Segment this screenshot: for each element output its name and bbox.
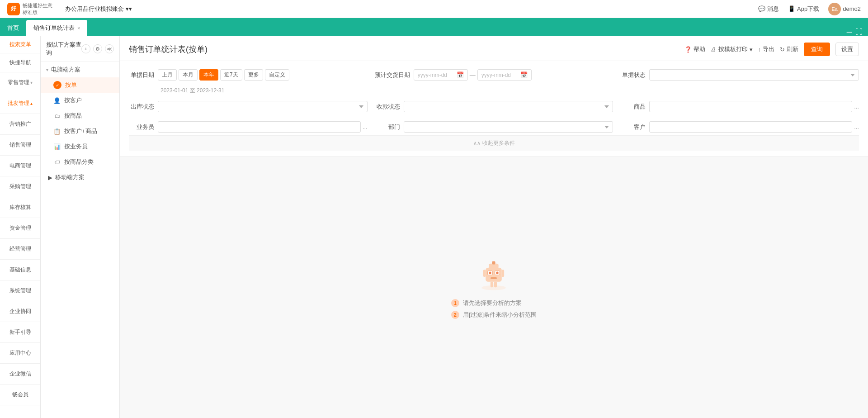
svg-rect-8 <box>502 270 504 277</box>
settings-scheme-button[interactable]: ⚙ <box>93 44 102 53</box>
collapse-scheme-button[interactable]: ≪ <box>105 44 114 53</box>
sidebar-item-app-center[interactable]: 应用中心 <box>0 343 40 364</box>
sidebar-item-operations[interactable]: 经营管理 <box>0 239 40 260</box>
goods-icon: 🗂 <box>53 112 61 119</box>
collapse-up-icon: ∧∧ <box>473 140 481 146</box>
expected-date-end[interactable]: yyyy-mm-dd 📅 <box>477 69 532 81</box>
date-btn-7days[interactable]: 近7天 <box>220 69 242 81</box>
minimize-icon[interactable]: ─ <box>847 28 852 36</box>
maximize-icon[interactable]: ⛶ <box>855 28 863 36</box>
print-button[interactable]: 🖨 按模板打印 ▾ <box>711 45 753 53</box>
user-menu[interactable]: Ea demo2 <box>828 3 861 15</box>
app-download-button[interactable]: 📱 App下载 <box>788 5 819 13</box>
sidebar-item-basic[interactable]: 基础信息 <box>0 260 40 280</box>
date-btn-more[interactable]: 更多 <box>244 69 263 81</box>
arrow-icon: ▴ <box>30 101 33 106</box>
sidebar-item-corp[interactable]: 企业协同 <box>0 301 40 322</box>
sidebar-item-finance[interactable]: 资金管理 <box>0 218 40 239</box>
status-select[interactable] <box>649 69 859 81</box>
sidebar-item-purchase[interactable]: 采购管理 <box>0 176 40 197</box>
mobile-scheme-group-header[interactable]: ▶ 移动端方案 <box>41 170 119 185</box>
sidebar-item-system[interactable]: 系统管理 <box>0 280 40 301</box>
out-status-label: 出库状态 <box>129 103 154 111</box>
scheme-panel: 按以下方案查询 + ⚙ ≪ ▾ 电脑端方案 ✓ 按单 👤 按客户 <box>41 36 120 418</box>
expected-date-start[interactable]: yyyy-mm-dd 📅 <box>414 69 468 81</box>
scheme-item-by-goods-category[interactable]: 🏷 按商品分类 <box>41 154 119 170</box>
tip-num-2: 2 <box>451 311 459 319</box>
top-bar-left: 好 畅捷通好生意 标准版 办公用品行业模拟账套 ▾ <box>7 2 132 15</box>
content-area: 按以下方案查询 + ⚙ ≪ ▾ 电脑端方案 ✓ 按单 👤 按客户 <box>41 36 868 418</box>
date-btn-custom[interactable]: 自定义 <box>265 69 289 81</box>
scheme-item-by-order[interactable]: ✓ 按单 <box>41 77 119 93</box>
main-content: 销售订单统计表(按单) ❓ 帮助 🖨 按模板打印 ▾ ↑ 导出 <box>120 36 868 418</box>
chart-icon: 📊 <box>53 143 61 150</box>
scheme-item-by-goods[interactable]: 🗂 按商品 <box>41 108 119 124</box>
empty-illustration <box>471 256 516 292</box>
goods-dots-button[interactable]: ... <box>854 103 859 110</box>
pc-scheme-group-header[interactable]: ▾ 电脑端方案 <box>41 62 119 77</box>
sidebar-item-marketing[interactable]: 营销推广 <box>0 114 40 135</box>
sidebar-item-corp-wechat[interactable]: 企业微信 <box>0 364 40 385</box>
date-btn-last-month[interactable]: 上月 <box>158 69 177 81</box>
department-filter: 部门 <box>375 119 613 135</box>
customer-label: 客户 <box>620 123 646 131</box>
sidebar-item-member[interactable]: 畅会员 <box>0 385 40 405</box>
salesperson-input[interactable] <box>158 121 361 133</box>
goods-input[interactable] <box>649 101 852 112</box>
scheme-item-by-salesperson[interactable]: 📊 按业务员 <box>41 139 119 154</box>
payment-status-select[interactable] <box>404 101 613 112</box>
date-btn-this-year[interactable]: 本年 <box>199 69 218 81</box>
query-button[interactable]: 查询 <box>804 43 830 56</box>
collapse-bar[interactable]: ∧∧ 收起更多条件 <box>129 135 859 151</box>
chat-icon: 💬 <box>758 5 765 12</box>
sidebar-item-newbie[interactable]: 新手引导 <box>0 322 40 343</box>
tab-home[interactable]: 首页 <box>0 20 26 36</box>
app-icon: 📱 <box>788 5 795 12</box>
empty-state: 1 请先选择要分析的方案 2 用[过滤]条件来缩小分析范围 <box>451 256 537 319</box>
sidebar-item-search[interactable]: 搜索菜单 <box>0 36 40 53</box>
export-button[interactable]: ↑ 导出 <box>758 45 775 53</box>
customer-dots-button[interactable]: ... <box>854 124 859 130</box>
refresh-button[interactable]: ↻ 刷新 <box>780 45 798 53</box>
sidebar-item-wholesale[interactable]: 批发管理 ▴ <box>0 93 40 114</box>
company-selector[interactable]: 办公用品行业模拟账套 ▾ <box>65 5 132 13</box>
page-actions: ❓ 帮助 🖨 按模板打印 ▾ ↑ 导出 ↻ 刷新 <box>684 43 859 56</box>
triangle-icon: ▾ <box>46 67 48 72</box>
sidebar-item-ecom[interactable]: 电商管理 <box>0 156 40 176</box>
scheme-panel-actions: + ⚙ ≪ <box>81 44 114 53</box>
nav-actions: ─ ⛶ <box>841 28 868 36</box>
salesperson-dots-button[interactable]: ... <box>363 124 368 130</box>
department-select[interactable] <box>404 121 613 133</box>
sidebar-item-inventory[interactable]: 库存核算 <box>0 197 40 218</box>
customer-input[interactable] <box>649 121 852 133</box>
svg-rect-11 <box>491 282 493 287</box>
goods-label: 商品 <box>620 103 646 111</box>
tab-close-icon[interactable]: × <box>77 25 80 31</box>
triangle-icon: ▶ <box>48 174 52 181</box>
logo-area: 好 畅捷通好生意 标准版 <box>7 2 52 15</box>
settings-button[interactable]: 设置 <box>835 43 859 56</box>
sidebar-item-retail[interactable]: 零售管理 ▾ <box>0 72 40 93</box>
message-button[interactable]: 💬 消息 <box>758 5 779 13</box>
svg-rect-7 <box>483 270 486 277</box>
svg-rect-10 <box>492 261 495 264</box>
help-button[interactable]: ❓ 帮助 <box>684 45 705 53</box>
date-range-display: 2023-01-01 至 2023-12-31 <box>160 87 224 94</box>
tab-sales-order-stats[interactable]: 销售订单统计表 × <box>26 20 87 36</box>
date-btn-this-month[interactable]: 本月 <box>179 69 198 81</box>
svg-rect-12 <box>494 282 497 287</box>
scheme-item-by-customer-goods[interactable]: 📋 按客户+商品 <box>41 124 119 139</box>
export-icon: ↑ <box>758 46 761 53</box>
out-status-filter: 出库状态 <box>129 98 368 115</box>
svg-point-4 <box>489 272 491 274</box>
empty-tip-2: 2 用[过滤]条件来缩小分析范围 <box>451 311 537 319</box>
out-status-select[interactable] <box>158 101 368 112</box>
sidebar-item-quick-nav[interactable]: 快捷导航 <box>0 53 40 72</box>
calendar-icon: 📅 <box>520 71 528 78</box>
add-scheme-button[interactable]: + <box>81 44 90 53</box>
svg-rect-6 <box>491 277 497 279</box>
sidebar-item-sales[interactable]: 销售管理 <box>0 135 40 156</box>
scheme-item-by-customer[interactable]: 👤 按客户 <box>41 93 119 108</box>
top-bar: 好 畅捷通好生意 标准版 办公用品行业模拟账套 ▾ 💬 消息 📱 App下载 E… <box>0 0 868 18</box>
company-dropdown-icon: ▾ <box>126 5 132 12</box>
